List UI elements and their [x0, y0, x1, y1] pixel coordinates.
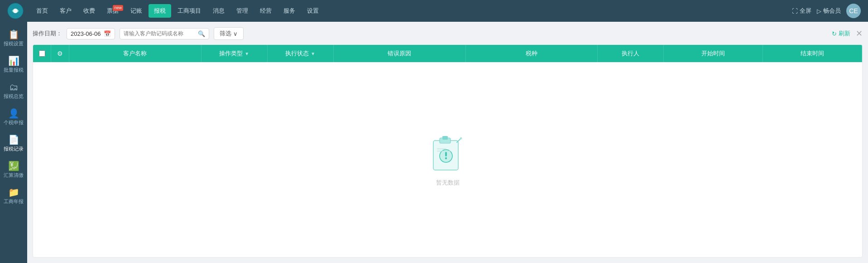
- settlement-icon: 💹: [8, 161, 19, 170]
- top-navigation: 首页客户收费票据new记账报税工商项目消息管理经营服务设置 ⛶ 全屏 ▷ 畅会员…: [0, 0, 868, 22]
- search-box: 🔍: [120, 28, 209, 39]
- sidebar: 📋报税设置📊批量报税🗂报税总览👤个税申报📄报税记录💹汇算清缴📁工商年报: [0, 22, 27, 263]
- nav-item-customer[interactable]: 客户: [54, 4, 77, 18]
- sidebar-item-label-tax-record: 报税记录: [4, 146, 24, 152]
- fullscreen-icon: ⛶: [792, 8, 798, 15]
- sidebar-items: 📋报税设置📊批量报税🗂报税总览👤个税申报📄报税记录💹汇算清缴📁工商年报: [2, 25, 25, 209]
- exec-status-column-label: 执行状态: [285, 49, 309, 58]
- tax-type-column-header: 税种: [466, 45, 598, 62]
- tax-record-icon: 📄: [8, 135, 19, 144]
- fullscreen-button[interactable]: ⛶ 全屏: [792, 7, 811, 15]
- personal-tax-icon: 👤: [8, 109, 19, 118]
- content-area: 操作日期： 2023-06-06 📅 🔍 筛选 ∨ ↻ 刷新 ✕: [27, 22, 868, 263]
- toolbar-right: ↻ 刷新 ✕: [832, 29, 863, 38]
- svg-rect-4: [442, 136, 448, 140]
- empty-text: 暂无数据: [436, 179, 460, 187]
- sidebar-item-tax-record[interactable]: 📄报税记录: [2, 131, 25, 157]
- avatar[interactable]: CE: [846, 4, 861, 18]
- executor-column-label: 执行人: [622, 49, 639, 58]
- svg-rect-6: [445, 152, 447, 156]
- date-picker[interactable]: 2023-06-06 📅: [67, 28, 115, 39]
- svg-rect-10: [437, 148, 446, 150]
- nav-item-invoice[interactable]: 票据new: [101, 4, 124, 18]
- customer-column-label: 客户名称: [123, 49, 147, 58]
- nav-item-billing[interactable]: 收费: [78, 4, 101, 18]
- empty-illustration: [430, 132, 466, 173]
- date-value: 2023-06-06: [71, 30, 101, 37]
- refresh-icon: ↻: [832, 30, 837, 37]
- sidebar-item-personal-tax[interactable]: 👤个税申报: [2, 104, 25, 131]
- nav-items: 首页客户收费票据new记账报税工商项目消息管理经营服务设置: [31, 4, 324, 18]
- exec-status-column-header: 执行状态 ▼: [268, 45, 334, 62]
- filter-button[interactable]: 筛选 ∨: [214, 27, 244, 40]
- close-button[interactable]: ✕: [856, 29, 863, 38]
- nav-item-operation[interactable]: 经营: [254, 4, 277, 18]
- video-icon: ▷: [817, 8, 821, 15]
- tax-type-column-label: 税种: [526, 49, 537, 58]
- sidebar-item-label-personal-tax: 个税申报: [4, 119, 24, 126]
- end-time-column-header: 结束时间: [763, 45, 862, 62]
- op-type-sort-icon[interactable]: ▼: [245, 51, 249, 56]
- refresh-button[interactable]: ↻ 刷新: [832, 29, 850, 38]
- op-type-column-header: 操作类型 ▼: [201, 45, 268, 62]
- error-reason-column-label: 错误原因: [388, 49, 411, 58]
- sidebar-item-tax-overview[interactable]: 🗂报税总览: [2, 78, 25, 104]
- logo[interactable]: [7, 3, 24, 19]
- sidebar-item-label-tax-settings: 报税设置: [4, 40, 24, 47]
- sidebar-item-settlement[interactable]: 💹汇算清缴: [2, 157, 25, 183]
- member-label: 畅会员: [823, 7, 841, 15]
- empty-state: 暂无数据: [430, 132, 466, 187]
- customer-column-header: 客户名称: [69, 45, 201, 62]
- top-nav-right: ⛶ 全屏 ▷ 畅会员 CE: [792, 4, 861, 18]
- main-layout: 📋报税设置📊批量报税🗂报税总览👤个税申报📄报税记录💹汇算清缴📁工商年报 操作日期…: [0, 22, 868, 263]
- sidebar-item-batch-tax[interactable]: 📊批量报税: [2, 52, 25, 78]
- chevron-down-icon: ∨: [233, 30, 238, 37]
- nav-item-business[interactable]: 工商项目: [172, 4, 206, 18]
- nav-item-service[interactable]: 服务: [278, 4, 301, 18]
- sidebar-item-label-annual-report: 工商年报: [4, 198, 24, 205]
- end-time-column-label: 结束时间: [801, 49, 824, 58]
- svg-point-7: [445, 157, 446, 159]
- table-header: ⚙ 客户名称 操作类型 ▼ 执行状态 ▼ 错误原因 税种: [33, 45, 862, 62]
- member-button[interactable]: ▷ 畅会员: [817, 7, 841, 15]
- batch-tax-icon: 📊: [8, 56, 19, 65]
- table-body: 暂无数据: [33, 62, 862, 257]
- annual-report-icon: 📁: [8, 188, 19, 197]
- date-label: 操作日期：: [33, 29, 62, 38]
- data-table: ⚙ 客户名称 操作类型 ▼ 执行状态 ▼ 错误原因 税种: [33, 44, 863, 258]
- filter-label: 筛选: [220, 29, 231, 38]
- nav-item-settings[interactable]: 设置: [302, 4, 324, 18]
- executor-column-header: 执行人: [598, 45, 664, 62]
- nav-item-tax[interactable]: 报税: [149, 4, 171, 18]
- start-time-column-label: 开始时间: [701, 49, 725, 58]
- select-all-checkbox[interactable]: [39, 50, 45, 57]
- sidebar-item-annual-report[interactable]: 📁工商年报: [2, 183, 25, 209]
- svg-point-1: [13, 9, 18, 13]
- sidebar-item-label-tax-overview: 报税总览: [4, 93, 24, 100]
- op-type-column-label: 操作类型: [219, 49, 243, 58]
- gear-column-header: ⚙: [51, 45, 69, 62]
- exec-status-sort-icon[interactable]: ▼: [311, 51, 315, 56]
- nav-item-accounting[interactable]: 记账: [125, 4, 148, 18]
- new-badge: new: [113, 5, 123, 11]
- checkbox-column-header: [33, 45, 51, 62]
- fullscreen-label: 全屏: [800, 7, 811, 15]
- sidebar-item-tax-settings[interactable]: 📋报税设置: [2, 25, 25, 52]
- tax-settings-icon: 📋: [8, 30, 19, 39]
- nav-item-home[interactable]: 首页: [31, 4, 53, 18]
- error-reason-column-header: 错误原因: [334, 45, 466, 62]
- calendar-icon: 📅: [104, 30, 111, 37]
- sidebar-item-label-settlement: 汇算清缴: [4, 172, 24, 179]
- toolbar: 操作日期： 2023-06-06 📅 🔍 筛选 ∨ ↻ 刷新 ✕: [33, 27, 863, 40]
- search-icon[interactable]: 🔍: [198, 30, 205, 37]
- search-input[interactable]: [124, 30, 196, 37]
- refresh-label: 刷新: [839, 29, 850, 38]
- tax-overview-icon: 🗂: [9, 83, 18, 92]
- gear-icon[interactable]: ⚙: [57, 50, 63, 57]
- svg-rect-11: [437, 151, 451, 152]
- nav-item-message[interactable]: 消息: [207, 4, 230, 18]
- nav-item-manage[interactable]: 管理: [231, 4, 254, 18]
- start-time-column-header: 开始时间: [664, 45, 763, 62]
- sidebar-item-label-batch-tax: 批量报税: [4, 67, 24, 73]
